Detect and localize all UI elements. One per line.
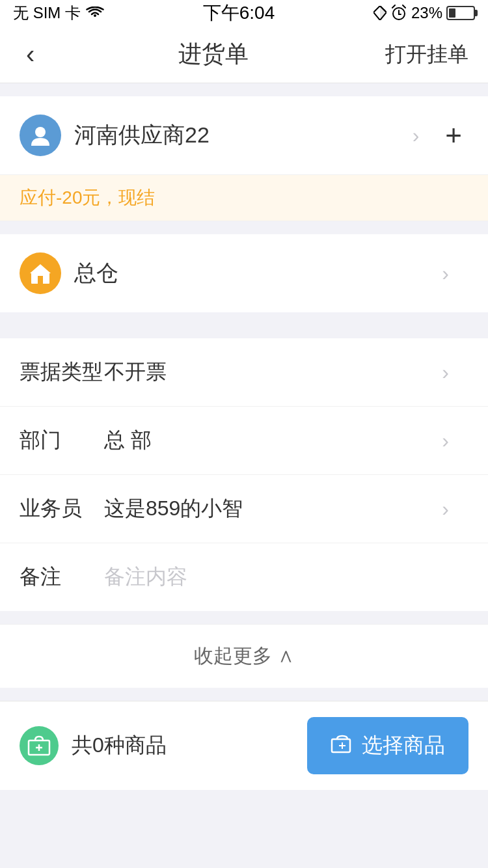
status-left: 无 SIM 卡 — [13, 3, 104, 23]
product-icon-wrap — [20, 726, 59, 765]
svg-rect-4 — [38, 276, 43, 284]
invoice-chevron-icon: › — [442, 360, 449, 385]
notice-bar: 应付-20元，现结 — [0, 175, 488, 221]
product-count: 共0种商品 — [72, 731, 307, 760]
sim-status: 无 SIM 卡 — [13, 3, 81, 23]
warehouse-name: 总仓 — [74, 258, 442, 288]
department-value: 总 部 — [104, 426, 442, 455]
supplier-name: 河南供应商22 — [74, 120, 413, 150]
warehouse-icon-wrap — [20, 252, 61, 294]
collapse-row[interactable]: 收起更多 ∧ — [0, 624, 488, 688]
invoice-label: 票据类型 — [20, 358, 104, 387]
remark-label: 备注 — [20, 563, 104, 591]
department-chevron-icon: › — [442, 429, 449, 453]
product-icon — [27, 734, 51, 757]
battery-icon — [446, 6, 475, 20]
status-time: 下午6:04 — [203, 1, 275, 25]
remark-input[interactable]: 备注内容 — [104, 563, 468, 591]
department-row[interactable]: 部门 总 部 › — [0, 407, 488, 475]
select-product-button[interactable]: 选择商品 — [307, 717, 468, 774]
separator-1 — [0, 83, 488, 96]
status-right: 23% — [373, 4, 475, 22]
separator-3 — [0, 312, 488, 325]
svg-point-1 — [35, 127, 46, 137]
separator-2 — [0, 221, 488, 234]
cart-icon — [331, 734, 354, 757]
page-title: 进货单 — [178, 38, 249, 70]
alarm-icon — [390, 5, 407, 21]
status-bar: 无 SIM 卡 下午6:04 23% — [0, 0, 488, 26]
open-pending-button[interactable]: 打开挂单 — [385, 40, 468, 69]
remark-row[interactable]: 备注 备注内容 — [0, 543, 488, 611]
nav-bar: ‹ 进货单 打开挂单 — [0, 26, 488, 83]
department-label: 部门 — [20, 426, 104, 455]
location-icon — [373, 6, 386, 20]
select-product-label: 选择商品 — [362, 731, 445, 760]
supplier-avatar — [20, 115, 61, 156]
warehouse-chevron-icon: › — [442, 262, 449, 286]
salesperson-value: 这是859的小智 — [104, 495, 442, 523]
warehouse-icon — [29, 262, 52, 285]
bottom-bar: 共0种商品 选择商品 — [0, 701, 488, 790]
notice-text: 应付-20元，现结 — [20, 187, 155, 208]
form-section: 票据类型 不开票 › 部门 总 部 › 业务员 这是859的小智 › 备注 备注… — [0, 338, 488, 611]
salesperson-row[interactable]: 业务员 这是859的小智 › — [0, 475, 488, 543]
supplier-chevron-icon: › — [413, 124, 420, 148]
salesperson-chevron-icon: › — [442, 497, 449, 521]
invoice-value: 不开票 — [104, 358, 442, 387]
back-button[interactable]: ‹ — [20, 33, 41, 75]
battery-percent: 23% — [411, 4, 442, 22]
supplier-row[interactable]: 河南供应商22 › + — [0, 96, 488, 175]
add-button[interactable]: + — [439, 119, 468, 152]
wifi-icon — [86, 7, 104, 20]
warehouse-row[interactable]: 总仓 › — [0, 234, 488, 312]
collapse-label: 收起更多 ∧ — [194, 643, 293, 670]
salesperson-label: 业务员 — [20, 495, 104, 523]
person-icon — [29, 124, 52, 147]
invoice-row[interactable]: 票据类型 不开票 › — [0, 338, 488, 407]
svg-marker-3 — [30, 264, 51, 273]
supplier-section: 河南供应商22 › + 应付-20元，现结 — [0, 96, 488, 221]
